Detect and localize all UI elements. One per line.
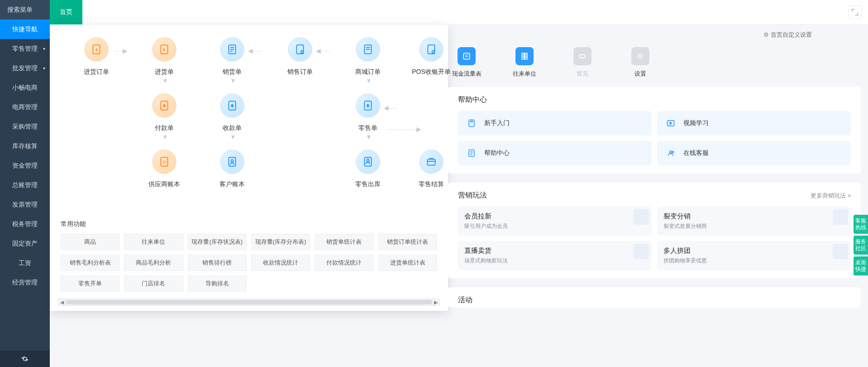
sidebar-item-7[interactable]: 资金管理 [0, 156, 50, 175]
help-title: 帮助中心 [458, 95, 487, 105]
gear-icon [21, 355, 29, 362]
shortcut-0[interactable]: 现金流量表 [451, 47, 482, 78]
sidebar-item-6[interactable]: 库存核算 [0, 136, 50, 156]
common-fn-10[interactable]: 付款情况统计 [315, 255, 373, 271]
common-fn-0[interactable]: 商品 [61, 234, 119, 250]
node-retail-out[interactable]: 零售出库 [334, 150, 402, 188]
common-fn-2[interactable]: 现存量(库存状况表) [188, 234, 247, 250]
scroll-right-icon[interactable]: ▶ [432, 298, 440, 306]
marketing-tile-0[interactable]: 会员拉新吸引用户成为会员 [458, 207, 652, 236]
svg-rect-17 [427, 159, 435, 165]
node-mall-order[interactable]: 商城订单 [334, 37, 402, 76]
svg-point-16 [367, 159, 369, 161]
svg-text:供: 供 [162, 160, 167, 164]
topbar: 首页 [50, 0, 868, 24]
sidebar-item-4[interactable]: 电商管理 [0, 97, 50, 117]
sidebar-item-13[interactable]: 经营管理 [0, 273, 50, 292]
svg-point-4 [301, 51, 303, 53]
activity-card: 活动 [448, 287, 861, 308]
svg-rect-6 [428, 45, 434, 54]
sidebar-item-8[interactable]: 总账管理 [0, 175, 50, 195]
help-tile-1[interactable]: 视频学习 [657, 111, 851, 135]
svg-rect-21 [580, 55, 585, 58]
quicknav-panel: 进货订单 进货单 销货单 销售订单 商城订单 POS收银开单 付款单 收款单 零… [50, 24, 448, 311]
flow-diagram: 进货订单 进货单 销货单 销售订单 商城订单 POS收银开单 付款单 收款单 零… [58, 37, 440, 218]
marketing-card: 营销玩法 更多营销玩法 > 会员拉新吸引用户成为会员裂变分销裂变式发展分销商直播… [448, 183, 861, 278]
svg-rect-20 [525, 53, 527, 59]
sidebar-settings[interactable] [0, 351, 50, 367]
float-tab-0[interactable]: 客服热线 [854, 215, 868, 234]
common-fn-12[interactable]: 零售开单 [61, 275, 119, 292]
common-fn-1[interactable]: 往来单位 [124, 234, 183, 250]
common-fn-5[interactable]: 销货订单统计表 [378, 234, 437, 250]
shortcut-3[interactable]: 设置 [625, 47, 656, 78]
svg-point-27 [672, 151, 673, 153]
sidebar-item-0[interactable]: 快捷导航 [0, 19, 50, 39]
shortcut-icon [631, 47, 649, 65]
float-tab-1[interactable]: 服务社区 [854, 236, 868, 255]
shortcut-1[interactable]: 往来单位 [509, 47, 540, 78]
help-tile-icon [664, 147, 677, 159]
tab-home[interactable]: 首页 [50, 0, 82, 24]
shortcut-icon [573, 47, 591, 65]
svg-rect-3 [296, 45, 303, 54]
scroll-thumb[interactable] [66, 300, 432, 304]
sidebar-item-3[interactable]: 小畅电商 [0, 78, 50, 97]
chevron-down-icon: ▾ [43, 46, 45, 51]
customize-home-link[interactable]: 首页自定义设置 [763, 31, 812, 39]
shortcut-icon [515, 47, 534, 65]
help-tile-icon [664, 117, 677, 130]
sidebar-item-5[interactable]: 采购管理 [0, 117, 50, 136]
search-menu[interactable]: 搜索菜单 [0, 0, 50, 19]
common-fn-8[interactable]: 销售排行榜 [188, 255, 247, 271]
node-sales-order[interactable]: 销售订单 [266, 37, 334, 76]
sidebar-item-10[interactable]: 税务管理 [0, 214, 50, 234]
help-tile-3[interactable]: 在线客服 [657, 141, 851, 165]
right-content: 首页自定义设置 现金流量表往来单位暂无设置 帮助中心 新手入门视频学习帮助中心在… [448, 24, 861, 367]
common-fn-3[interactable]: 现存量(库存分布表) [251, 234, 310, 250]
node-payment[interactable]: 付款单 [130, 93, 198, 132]
shortcut-icon [458, 47, 476, 65]
common-fn-9[interactable]: 收款情况统计 [251, 255, 310, 271]
common-fn-13[interactable]: 门店排名 [124, 275, 183, 292]
sidebar-item-2[interactable]: 批发管理▾ [0, 58, 50, 78]
common-fn-11[interactable]: 进货单统计表 [378, 255, 437, 271]
sidebar-item-12[interactable]: 工资 [0, 253, 50, 273]
marketing-tile-2[interactable]: 直播卖货场景式购物新玩法 [458, 241, 652, 270]
common-functions-title: 常用功能 [61, 220, 440, 228]
tile-bg-icon [833, 244, 848, 259]
scroll-left-icon[interactable]: ◀ [58, 298, 66, 306]
node-retail[interactable]: 零售单 [334, 93, 402, 132]
node-receipt[interactable]: 收款单 [198, 93, 266, 132]
fullscreen-button[interactable] [848, 5, 862, 19]
common-fn-4[interactable]: 销货单统计表 [315, 234, 373, 250]
common-fn-7[interactable]: 商品毛利分析 [124, 255, 183, 271]
node-supplier-ledger[interactable]: 供供应商账本 [130, 150, 198, 188]
svg-point-22 [639, 55, 642, 58]
search-label: 搜索菜单 [7, 6, 33, 14]
help-tile-icon [465, 117, 478, 130]
common-fn-6[interactable]: 销售毛利分析表 [61, 255, 119, 271]
common-fn-14[interactable]: 导购排名 [188, 275, 247, 292]
node-sales-receipt[interactable]: 销货单 [198, 37, 266, 76]
tile-bg-icon [634, 244, 649, 259]
help-tile-0[interactable]: 新手入门 [458, 111, 652, 135]
tile-bg-icon [833, 209, 848, 225]
help-tile-2[interactable]: 帮助中心 [458, 141, 652, 165]
sidebar-item-1[interactable]: 零售管理▾ [0, 39, 50, 58]
sidebar-item-9[interactable]: 发票管理 [0, 195, 50, 214]
node-customer-ledger[interactable]: 客户账本 [198, 150, 266, 188]
node-purchase-order[interactable]: 进货订单 [62, 37, 130, 76]
help-tile-icon [465, 147, 478, 159]
marketing-tile-1[interactable]: 裂变分销裂变式发展分销商 [657, 207, 851, 236]
marketing-more-link[interactable]: 更多营销玩法 > [811, 192, 851, 200]
shortcut-2[interactable]: 暂无 [567, 47, 598, 78]
activity-title: 活动 [458, 295, 851, 305]
marketing-tile-3[interactable]: 多人拼团拼团购物享受优惠 [657, 241, 851, 270]
horizontal-scrollbar[interactable]: ◀ ▶ [58, 298, 440, 306]
svg-rect-19 [522, 53, 524, 59]
sidebar-item-11[interactable]: 固定资产 [0, 234, 50, 253]
svg-point-14 [231, 159, 233, 162]
float-tab-2[interactable]: 桌面快捷 [854, 256, 868, 275]
node-purchase-receipt[interactable]: 进货单 [130, 37, 198, 76]
